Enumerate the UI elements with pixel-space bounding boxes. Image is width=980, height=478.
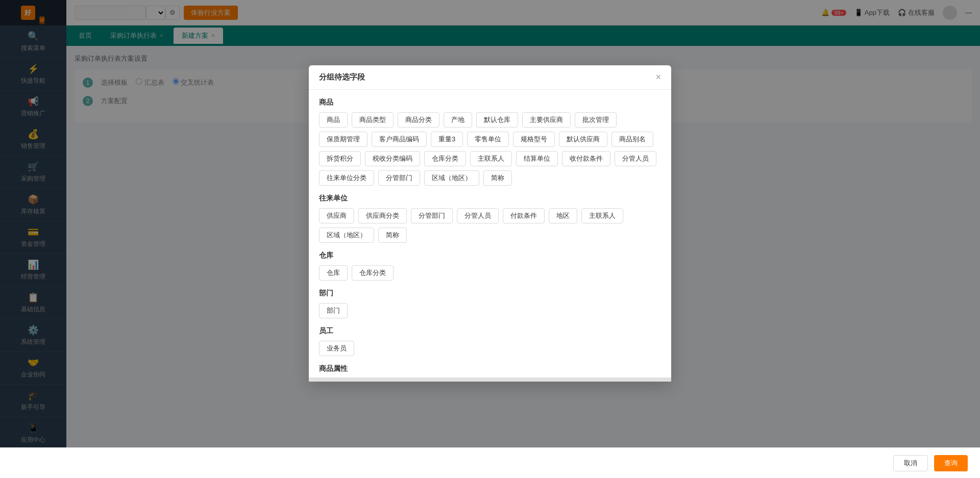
field-tag[interactable]: 分管部门 [411, 208, 453, 223]
field-tag[interactable]: 分管人员 [457, 208, 499, 223]
field-tag[interactable]: 往来单位分类 [319, 170, 374, 186]
field-tag[interactable]: 分管部门 [378, 170, 420, 186]
field-tag[interactable]: 仓库 [319, 265, 348, 281]
confirm-button[interactable]: 查询 [934, 455, 968, 471]
field-tag[interactable]: 付款条件 [503, 208, 545, 223]
section-title-商品属性: 商品属性 [319, 364, 661, 373]
field-tag[interactable]: 批次管理 [575, 112, 617, 128]
field-tag[interactable]: 默认供应商 [559, 132, 607, 147]
field-tag[interactable]: 简称 [378, 228, 407, 243]
field-tag[interactable]: 分管人员 [615, 151, 656, 166]
field-tag[interactable]: 主联系人 [581, 208, 623, 223]
field-tag[interactable]: 简称 [483, 170, 512, 186]
field-tag[interactable]: 结算单位 [516, 151, 558, 166]
field-tag[interactable]: 规格型号 [513, 132, 555, 147]
field-tag[interactable]: 仓库分类 [424, 151, 466, 166]
section-title-往来单位: 往来单位 [319, 194, 661, 203]
field-tag[interactable]: 主联系人 [470, 151, 512, 166]
field-tag[interactable]: 商品类型 [352, 112, 394, 128]
modal-title: 分组待选字段 [319, 72, 365, 82]
field-tag[interactable]: 保质期管理 [319, 132, 368, 147]
field-tag[interactable]: 业务员 [319, 341, 354, 356]
field-tag[interactable]: 部门 [319, 303, 348, 318]
field-grid-商品: 商品商品类型商品分类产地默认仓库主要供应商批次管理保质期管理客户商品编码重量3零… [319, 112, 661, 186]
section-title-部门: 部门 [319, 289, 661, 298]
field-tag[interactable]: 区域（地区） [424, 170, 479, 186]
cancel-button[interactable]: 取消 [893, 455, 928, 471]
modal-h-scrollbar[interactable] [309, 378, 671, 381]
field-tag[interactable]: 重量3 [431, 132, 463, 147]
modal-footer: 取消 查询 [0, 447, 980, 478]
field-grid-仓库: 仓库仓库分类 [319, 265, 661, 281]
field-tag[interactable]: 仓库分类 [352, 265, 394, 281]
field-tag[interactable]: 供应商 [319, 208, 354, 223]
field-tag[interactable]: 商品别名 [611, 132, 653, 147]
section-title-仓库: 仓库 [319, 251, 661, 260]
field-tag[interactable]: 地区 [549, 208, 577, 223]
field-tag[interactable]: 商品 [319, 112, 348, 128]
modal-body: 商品商品商品类型商品分类产地默认仓库主要供应商批次管理保质期管理客户商品编码重量… [309, 90, 671, 378]
field-tag[interactable]: 区域（地区） [319, 228, 374, 243]
field-tag[interactable]: 产地 [444, 112, 472, 128]
field-tag[interactable]: 拆货积分 [319, 151, 361, 166]
section-title-商品: 商品 [319, 98, 661, 107]
field-tag[interactable]: 税收分类编码 [365, 151, 420, 166]
modal-close-btn[interactable]: × [655, 72, 661, 82]
field-tag[interactable]: 默认仓库 [476, 112, 518, 128]
field-select-modal: 分组待选字段 × 商品商品商品类型商品分类产地默认仓库主要供应商批次管理保质期管… [309, 65, 671, 382]
section-title-员工: 员工 [319, 326, 661, 336]
field-tag[interactable]: 主要供应商 [522, 112, 571, 128]
modal-header: 分组待选字段 × [309, 65, 671, 90]
field-grid-往来单位: 供应商供应商分类分管部门分管人员付款条件地区主联系人区域（地区）简称 [319, 208, 661, 243]
field-tag[interactable]: 商品分类 [398, 112, 439, 128]
field-grid-部门: 部门 [319, 303, 661, 318]
field-tag[interactable]: 收付款条件 [562, 151, 610, 166]
field-tag[interactable]: 零售单位 [467, 132, 509, 147]
field-tag[interactable]: 供应商分类 [358, 208, 407, 223]
field-tag[interactable]: 客户商品编码 [372, 132, 427, 147]
field-grid-员工: 业务员 [319, 341, 661, 356]
